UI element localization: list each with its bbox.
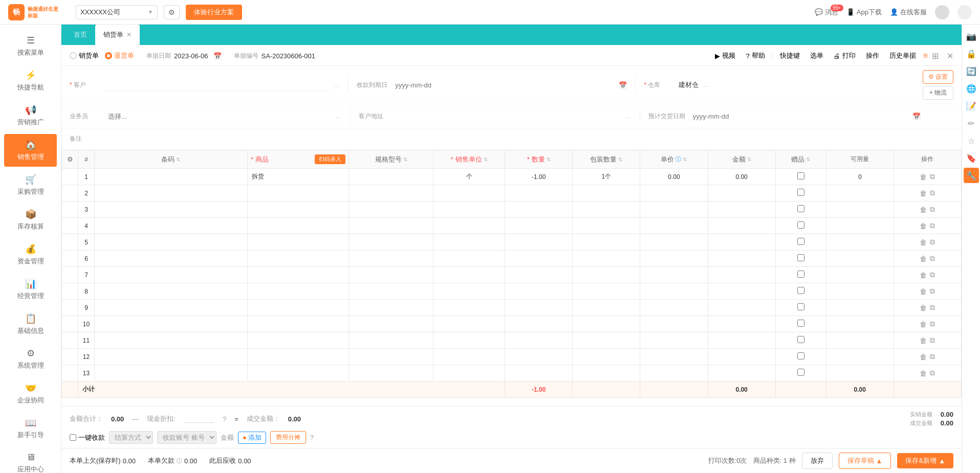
sidebar-item-marketing[interactable]: 📢 营销推广 — [4, 99, 57, 132]
cell-pack-qty-3[interactable] — [573, 201, 640, 218]
salesperson-dots[interactable]: … — [336, 112, 342, 120]
company-selector[interactable]: XXXXXX公司 ▼ — [76, 5, 158, 19]
sidebar-item-quick-nav[interactable]: ⚡ 快捷导航 — [4, 64, 57, 97]
cell-gift-8[interactable] — [775, 283, 826, 300]
copy-icon-2[interactable]: ⧉ — [930, 189, 935, 197]
copy-icon-1[interactable]: ⧉ — [930, 172, 935, 181]
cell-barcode-1[interactable] — [95, 169, 248, 185]
cell-pack-qty-5[interactable] — [573, 234, 640, 251]
cell-unit-6[interactable] — [433, 251, 505, 267]
cell-product-2[interactable] — [247, 185, 349, 201]
cell-qty-4[interactable] — [505, 218, 573, 234]
th-qty[interactable]: * 数量⇅ — [505, 150, 573, 169]
delete-icon-2[interactable]: 🗑 — [920, 189, 927, 197]
th-amount[interactable]: 金额⇅ — [708, 150, 775, 169]
cell-product-1[interactable]: 拆货 — [247, 169, 349, 185]
cell-amount-1[interactable]: 0.00 — [708, 169, 775, 185]
payment-date-cal-icon[interactable]: 📅 — [619, 81, 627, 89]
cell-gift-4[interactable] — [775, 218, 826, 234]
cell-pack-qty-10[interactable] — [573, 316, 640, 332]
sidebar-item-basic-info[interactable]: 📋 基础信息 — [4, 308, 57, 341]
th-price[interactable]: 单价ⓘ⇅ — [640, 150, 708, 169]
warehouse-dots[interactable]: … — [703, 81, 709, 88]
delete-icon-13[interactable]: 🗑 — [920, 369, 927, 377]
add-payment-button[interactable]: ● 添加 — [238, 432, 266, 444]
cell-unit-7[interactable] — [433, 267, 505, 283]
cell-gift-1[interactable] — [775, 169, 826, 185]
cell-gift-13[interactable] — [775, 365, 826, 381]
sidebar-item-guide[interactable]: 📖 新手引导 — [4, 412, 57, 445]
cell-amount-10[interactable] — [708, 316, 775, 332]
cell-unit-9[interactable] — [433, 300, 505, 316]
cell-gift-6[interactable] — [775, 251, 826, 267]
cell-product-11[interactable] — [247, 332, 349, 349]
cell-pack-qty-1[interactable]: 1个 — [573, 169, 640, 185]
cell-product-6[interactable] — [247, 251, 349, 267]
cell-amount-9[interactable] — [708, 300, 775, 316]
cell-amount-6[interactable] — [708, 251, 775, 267]
copy-icon-6[interactable]: ⧉ — [930, 254, 935, 263]
settings-gear-btn[interactable]: ⚙ — [164, 5, 180, 19]
cell-product-9[interactable] — [247, 300, 349, 316]
sidebar-item-sales[interactable]: 🏠 销售管理 — [4, 134, 57, 167]
copy-icon-9[interactable]: ⧉ — [930, 303, 935, 312]
settings-btn[interactable]: ⚙ 设置 — [923, 70, 953, 84]
sidebar-item-system[interactable]: ⚙ 系统管理 — [4, 343, 57, 375]
th-barcode[interactable]: 条码⇅ — [95, 150, 248, 169]
right-tool-lock[interactable]: 🔒 — [964, 46, 979, 61]
cell-product-7[interactable] — [247, 267, 349, 283]
cell-price-10[interactable] — [640, 316, 708, 332]
payment-method-select[interactable]: 结算方式 — [109, 431, 153, 444]
delete-icon-11[interactable]: 🗑 — [920, 336, 927, 345]
cell-spec-1[interactable] — [349, 169, 433, 185]
cell-qty-11[interactable] — [505, 332, 573, 349]
cell-qty-8[interactable] — [505, 283, 573, 300]
th-gift[interactable]: 赠品⇅ — [775, 150, 826, 169]
cell-barcode-2[interactable] — [95, 185, 248, 201]
expected-date-input[interactable] — [689, 110, 908, 123]
cell-qty-2[interactable] — [505, 185, 573, 201]
cell-unit-1[interactable]: 个 — [433, 169, 505, 185]
cell-price-9[interactable] — [640, 300, 708, 316]
cell-price-13[interactable] — [640, 365, 708, 381]
sidebar-item-inventory[interactable]: 📦 库存核算 — [4, 204, 57, 236]
cell-price-7[interactable] — [640, 267, 708, 283]
cell-spec-5[interactable] — [349, 234, 433, 251]
cell-pack-qty-7[interactable] — [573, 267, 640, 283]
cell-unit-11[interactable] — [433, 332, 505, 349]
app-download-item[interactable]: 📱 App下载 — [846, 8, 882, 17]
cell-spec-13[interactable] — [349, 365, 433, 381]
question-icon[interactable]: ? — [223, 415, 226, 423]
cell-qty-3[interactable] — [505, 201, 573, 218]
messages-icon-item[interactable]: 💬 消息 99+ — [815, 8, 838, 17]
cell-spec-3[interactable] — [349, 201, 433, 218]
close-panel-icon[interactable]: ✕ — [947, 51, 953, 61]
cell-price-3[interactable] — [640, 201, 708, 218]
cell-barcode-4[interactable] — [95, 218, 248, 234]
cell-spec-6[interactable] — [349, 251, 433, 267]
cell-amount-4[interactable] — [708, 218, 775, 234]
cell-product-12[interactable] — [247, 349, 349, 365]
cell-spec-10[interactable] — [349, 316, 433, 332]
scan-button[interactable]: 扫码录入 — [315, 154, 345, 164]
cell-product-5[interactable] — [247, 234, 349, 251]
cell-pack-qty-13[interactable] — [573, 365, 640, 381]
cell-pack-qty-2[interactable] — [573, 185, 640, 201]
delete-icon-7[interactable]: 🗑 — [920, 271, 927, 279]
select-btn[interactable]: 选单 — [807, 50, 826, 61]
customer-input[interactable] — [104, 79, 330, 91]
cell-pack-qty-8[interactable] — [573, 283, 640, 300]
cell-product-4[interactable] — [247, 218, 349, 234]
save-new-button[interactable]: 保存&新增 ▲ — [897, 453, 953, 468]
cell-amount-5[interactable] — [708, 234, 775, 251]
right-tool-global[interactable]: 🌐 — [964, 81, 979, 96]
cell-price-1[interactable]: 0.00 — [640, 169, 708, 185]
cell-unit-13[interactable] — [433, 365, 505, 381]
cell-amount-12[interactable] — [708, 349, 775, 365]
cell-qty-7[interactable] — [505, 267, 573, 283]
copy-icon-5[interactable]: ⧉ — [930, 238, 935, 246]
cell-pack-qty-12[interactable] — [573, 349, 640, 365]
cell-price-5[interactable] — [640, 234, 708, 251]
delete-icon-6[interactable]: 🗑 — [920, 255, 927, 263]
cell-barcode-13[interactable] — [95, 365, 248, 381]
